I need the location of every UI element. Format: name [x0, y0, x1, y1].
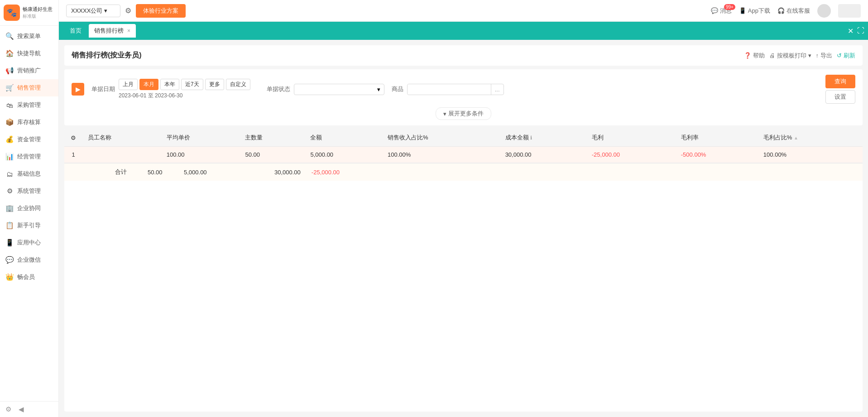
sidebar-item-sales[interactable]: 🛒销售管理 — [0, 79, 58, 96]
tabbar-close-btn[interactable]: ✕ — [848, 27, 854, 35]
sidebar-item-app-center[interactable]: 📱应用中心 — [0, 234, 58, 251]
filter-collapse-btn[interactable]: ▶ — [72, 83, 84, 96]
filter-row: ▶ 单据日期 上月本月本年近7天更多自定义 2023-06-01 至 2023-… — [72, 75, 855, 104]
profit-pct-sort-icon[interactable]: ▲ — [794, 135, 798, 140]
tab-sales-ranking-label: 销售排行榜 — [94, 27, 124, 35]
sidebar-item-guide[interactable]: 📋新手引导 — [0, 217, 58, 234]
topbar-settings-icon[interactable]: ⚙ — [125, 6, 131, 15]
nav-icon-system: ⚙ — [5, 187, 14, 195]
topbar-messages[interactable]: 💬 消息 99+ — [711, 7, 732, 15]
nav-label-member: 畅会员 — [17, 273, 35, 281]
sidebar-item-purchase[interactable]: 🛍采购管理 — [0, 96, 58, 114]
date-filter: 单据日期 上月本月本年近7天更多自定义 2023-06-01 至 2023-06… — [91, 79, 250, 100]
company-name: XXXXX公司 — [71, 7, 102, 15]
date-buttons: 上月本月本年近7天更多自定义 — [119, 79, 250, 90]
table-header-row: ⚙ 员工名称 平均单价 主数量 全额 销售收入占比% 成本全额 ℹ 毛利 毛利率… — [64, 129, 863, 147]
th-profit-rate: 毛利率 — [676, 129, 758, 147]
filter-settings-button[interactable]: 设置 — [825, 90, 855, 104]
user-name-display[interactable] — [838, 4, 861, 18]
th-profit: 毛利 — [586, 129, 676, 147]
main-area: XXXXX公司 ▾ ⚙ 体验行业方案 💬 消息 99+ 📱 App下载 🎧 在线… — [59, 0, 868, 417]
status-select[interactable]: ▾ — [294, 84, 384, 95]
sidebar-item-marketing[interactable]: 📢营销推广 — [0, 62, 58, 79]
tab-close-icon[interactable]: × — [127, 28, 130, 34]
date-label: 单据日期 — [91, 85, 115, 93]
sidebar-item-wechat[interactable]: 💬企业微信 — [0, 251, 58, 268]
date-range: 2023-06-01 至 2023-06-30 — [119, 92, 250, 100]
page-content: 销售排行榜(按业务员) ❓ 帮助 🖨 按模板打印 ▾ ↑ 导出 ↺ 刷新 — [59, 40, 868, 417]
app-name: 畅康通好生意 — [23, 6, 53, 13]
date-btn-更多[interactable]: 更多 — [205, 79, 224, 90]
nav-icon-basic-info: 🗂 — [5, 170, 14, 178]
filter-bar: ▶ 单据日期 上月本月本年近7天更多自定义 2023-06-01 至 2023-… — [64, 69, 863, 125]
th-settings[interactable]: ⚙ — [64, 129, 82, 147]
th-avg-price: 平均单价 — [161, 129, 240, 147]
topbar-app-download[interactable]: 📱 App下载 — [739, 7, 770, 15]
sidebar-item-system[interactable]: ⚙系统管理 — [0, 182, 58, 200]
tabbar-expand-btn[interactable]: ⛶ — [857, 27, 864, 35]
date-btn-近7天[interactable]: 近7天 — [181, 79, 203, 90]
date-btn-上月[interactable]: 上月 — [119, 79, 138, 90]
sidebar-collapse-icon[interactable]: ◀ — [19, 405, 24, 413]
nav-icon-search: 🔍 — [5, 32, 14, 40]
date-btn-本年[interactable]: 本年 — [160, 79, 179, 90]
company-select[interactable]: XXXXX公司 ▾ — [66, 5, 120, 17]
sidebar-item-enterprise[interactable]: 🏢企业协同 — [0, 200, 58, 217]
goods-input[interactable] — [408, 84, 491, 95]
nav-label-wechat: 企业微信 — [17, 256, 41, 264]
sidebar-item-inventory[interactable]: 📦库存核算 — [0, 114, 58, 131]
message-badge: 99+ — [724, 4, 735, 10]
export-button[interactable]: ↑ 导出 — [816, 52, 833, 60]
app-logo: 🐾 畅康通好生意 标准版 — [0, 0, 58, 26]
cell-cost: 30,000.00 — [500, 147, 586, 163]
nav-icon-purchase: 🛍 — [5, 101, 14, 109]
try-industry-button[interactable]: 体验行业方案 — [136, 4, 186, 18]
table-footer: 合计 50.00 5,000.00 30,000.00 -25,000.00 — [64, 163, 863, 181]
sidebar-item-search[interactable]: 🔍搜索菜单 — [0, 28, 58, 45]
cell-amount: 5,000.00 — [305, 147, 382, 163]
goods-label: 商品 — [392, 85, 403, 93]
nav-label-system: 系统管理 — [17, 187, 41, 195]
expand-conditions-button[interactable]: ▾ 展开更多条件 — [436, 107, 491, 120]
nav-icon-quick-nav: 🏠 — [5, 49, 14, 58]
tab-home[interactable]: 首页 — [62, 23, 89, 38]
date-btn-本月[interactable]: 本月 — [139, 79, 158, 90]
nav-icon-guide: 📋 — [5, 221, 14, 230]
goods-more-icon[interactable]: ... — [491, 84, 504, 95]
sidebar-item-basic-info[interactable]: 🗂基础信息 — [0, 165, 58, 182]
sidebar-bottom: ⚙ ◀ — [0, 401, 58, 417]
topbar-online-service[interactable]: 🎧 在线客服 — [777, 7, 810, 15]
status-dropdown-icon: ▾ — [377, 86, 380, 93]
print-icon: 🖨 — [769, 52, 775, 59]
sidebar-item-quick-nav[interactable]: 🏠快捷导航 — [0, 45, 58, 62]
footer-quantity: 50.00 — [142, 169, 178, 176]
th-profit-pct: 毛利占比% ▲ — [758, 129, 863, 147]
sidebar-item-finance[interactable]: 💰资金管理 — [0, 131, 58, 148]
nav-label-search: 搜索菜单 — [17, 32, 41, 40]
goods-input-wrapper: ... — [407, 84, 504, 95]
user-avatar[interactable] — [817, 4, 831, 18]
expand-row: ▾ 展开更多条件 — [72, 107, 855, 120]
service-label: 在线客服 — [786, 7, 810, 15]
page-title: 销售排行榜(按业务员) — [72, 51, 142, 60]
nav-label-sales: 销售管理 — [17, 84, 41, 92]
cost-info-icon[interactable]: ℹ — [530, 135, 532, 140]
print-button[interactable]: 🖨 按模板打印 ▾ — [769, 52, 811, 60]
nav-icon-enterprise: 🏢 — [5, 204, 14, 212]
sidebar-settings-icon[interactable]: ⚙ — [5, 405, 11, 413]
tab-sales-ranking[interactable]: 销售排行榜 × — [89, 24, 136, 38]
sales-ranking-table: ⚙ 员工名称 平均单价 主数量 全额 销售收入占比% 成本全额 ℹ 毛利 毛利率… — [64, 129, 863, 163]
query-button[interactable]: 查询 — [825, 75, 855, 88]
page-actions: ❓ 帮助 🖨 按模板打印 ▾ ↑ 导出 ↺ 刷新 — [744, 52, 856, 60]
date-btn-自定义[interactable]: 自定义 — [226, 79, 250, 90]
help-icon: ❓ — [744, 52, 751, 59]
refresh-button[interactable]: ↺ 刷新 — [837, 52, 855, 60]
tabbar: 首页 销售排行榜 × ✕ ⛶ — [59, 22, 868, 40]
sidebar-item-member[interactable]: 👑畅会员 — [0, 268, 58, 286]
cell-avg-price: 100.00 — [161, 147, 240, 163]
sidebar-item-operations[interactable]: 📊经营管理 — [0, 148, 58, 165]
help-button[interactable]: ❓ 帮助 — [744, 52, 765, 60]
expand-icon: ▾ — [443, 110, 446, 117]
refresh-icon: ↺ — [837, 52, 842, 59]
topbar: XXXXX公司 ▾ ⚙ 体验行业方案 💬 消息 99+ 📱 App下载 🎧 在线… — [59, 0, 868, 22]
